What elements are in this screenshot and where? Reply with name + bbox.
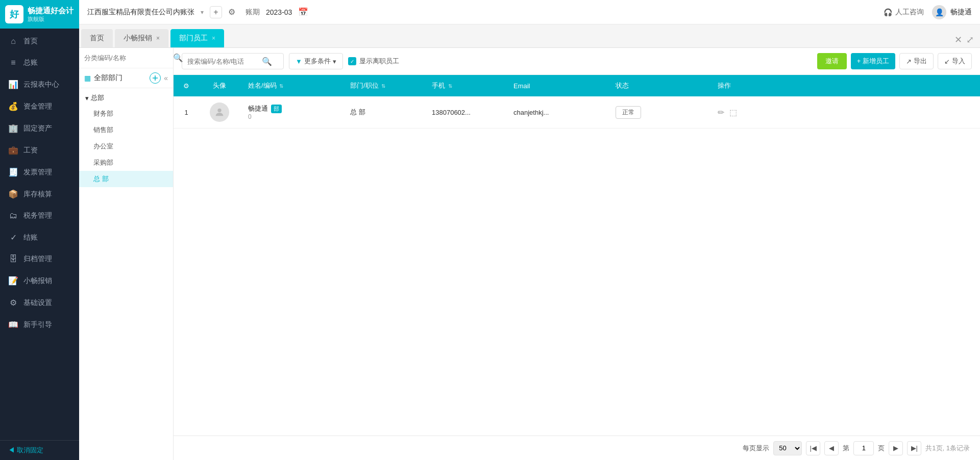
sidebar-item-home[interactable]: ⌂ 首页 bbox=[0, 31, 79, 52]
logo-icon: 好 bbox=[5, 5, 23, 23]
dept-all-label[interactable]: 全部部门 bbox=[94, 73, 146, 83]
dept-item-office[interactable]: 办公室 bbox=[79, 138, 173, 155]
col-phone[interactable]: 手机 ⇅ bbox=[424, 75, 505, 96]
col-name[interactable]: 姓名/编码 ⇅ bbox=[240, 75, 342, 96]
row-actions: ✏ ⬚ bbox=[709, 96, 980, 129]
employee-toolbar: 🔍 ▼ 更多条件 ▾ ✓ 显示离职员工 邀请 + 新增员工 ↗ 导出 bbox=[174, 48, 980, 75]
tab-employees-label: 部门员工 bbox=[179, 34, 208, 43]
sidebar-item-reports[interactable]: 📊 云报表中心 bbox=[0, 73, 79, 95]
employee-name: 畅捷通 bbox=[248, 104, 268, 113]
import-button[interactable]: ↙ 导入 bbox=[938, 53, 972, 69]
dept-add-button[interactable] bbox=[150, 72, 161, 84]
cancel-fixed-button[interactable]: ◀ 取消固定 bbox=[0, 440, 79, 460]
employee-code: 0 bbox=[248, 113, 334, 120]
next-page-button[interactable]: ▶ bbox=[889, 441, 903, 455]
tab-expense[interactable]: 小畅报销 × bbox=[115, 29, 168, 47]
close-tab-icon[interactable]: ✕ bbox=[954, 34, 962, 45]
sidebar-item-assets[interactable]: 🏢 固定资产 bbox=[0, 117, 79, 139]
main-area: 江西服宝精品有限责任公司内账张 ▾ + ⚙ 账期 2023-03 📅 🎧 人工咨… bbox=[79, 0, 980, 460]
row-status: 正常 bbox=[607, 96, 709, 129]
sidebar-item-close[interactable]: ✓ 结账 bbox=[0, 226, 79, 248]
col-dept[interactable]: 部门/职位 ⇅ bbox=[342, 75, 424, 96]
col-dept-sort-icon[interactable]: ⇅ bbox=[381, 83, 385, 89]
assets-icon: 🏢 bbox=[8, 123, 18, 133]
tab-employees-close-icon[interactable]: × bbox=[212, 35, 215, 42]
logo-text-block: 畅捷通好会计 旗舰版 bbox=[28, 6, 74, 23]
show-resigned-toggle[interactable]: ✓ 显示离职员工 bbox=[348, 57, 399, 66]
sidebar-label-close: 结账 bbox=[23, 233, 38, 242]
sidebar-item-guide[interactable]: 📖 新手引导 bbox=[0, 314, 79, 336]
user-info[interactable]: 👤 畅捷通 bbox=[932, 5, 972, 19]
dept-collapse-icon[interactable]: « bbox=[164, 74, 168, 82]
employee-table: ⚙ 头像 姓名/编码 ⇅ 部门/职位 ⇅ bbox=[174, 75, 980, 129]
sidebar-item-invoice[interactable]: 🧾 发票管理 bbox=[0, 161, 79, 183]
tab-home[interactable]: 首页 bbox=[81, 29, 113, 47]
sidebar-item-ledger[interactable]: ≡ 总账 bbox=[0, 52, 79, 73]
sidebar-label-funds: 资金管理 bbox=[23, 102, 52, 111]
header-settings-icon[interactable]: ⚙ bbox=[228, 7, 235, 17]
page-input[interactable] bbox=[853, 441, 874, 455]
user-name: 畅捷通 bbox=[950, 8, 972, 17]
inventory-icon: 📦 bbox=[8, 189, 18, 199]
tab-expense-close-icon[interactable]: × bbox=[156, 35, 160, 42]
settings-icon: ⚙ bbox=[8, 298, 18, 308]
pagination-bar: 每页显示 50 100 200 |◀ ◀ 第 页 ▶ ▶| 共1页, 1条记录 bbox=[174, 436, 980, 460]
employee-search-icon[interactable]: 🔍 bbox=[262, 57, 272, 66]
col-name-sort-icon[interactable]: ⇅ bbox=[279, 83, 283, 89]
action-icons: ✏ ⬚ bbox=[718, 108, 972, 117]
sidebar-item-funds[interactable]: 💰 资金管理 bbox=[0, 95, 79, 117]
employee-table-container: ⚙ 头像 姓名/编码 ⇅ 部门/职位 ⇅ bbox=[174, 75, 980, 436]
service-button[interactable]: 🎧 人工咨询 bbox=[884, 8, 924, 17]
add-employee-button[interactable]: + 新增员工 bbox=[851, 53, 895, 69]
dept-item-headquarters[interactable]: 总 部 bbox=[79, 171, 173, 187]
person-icon bbox=[214, 107, 225, 118]
content-area: 🔍 ▦ 全部部门 « ▾ 总部 财务部 bbox=[79, 48, 980, 460]
dept-group-label-text: 总部 bbox=[91, 93, 104, 103]
col-dept-label: 部门/职位 bbox=[350, 82, 379, 89]
tab-employees[interactable]: 部门员工 × bbox=[170, 29, 224, 47]
prev-page-button[interactable]: ◀ bbox=[824, 441, 839, 455]
col-status: 状态 bbox=[607, 75, 709, 96]
logout-icon[interactable]: ⬚ bbox=[729, 108, 737, 117]
sidebar-item-settings[interactable]: ⚙ 基础设置 bbox=[0, 292, 79, 314]
employee-search-input[interactable] bbox=[187, 58, 259, 65]
edit-icon[interactable]: ✏ bbox=[718, 108, 724, 117]
col-settings[interactable]: ⚙ bbox=[174, 75, 199, 96]
page-size-select[interactable]: 50 100 200 bbox=[773, 441, 802, 455]
show-resigned-checkbox[interactable]: ✓ bbox=[348, 57, 356, 65]
reports-icon: 📊 bbox=[8, 80, 18, 89]
col-settings-icon[interactable]: ⚙ bbox=[183, 82, 189, 90]
page-size-label: 每页显示 bbox=[743, 444, 769, 453]
sidebar-item-inventory[interactable]: 📦 库存核算 bbox=[0, 183, 79, 205]
employee-panel: 🔍 ▼ 更多条件 ▾ ✓ 显示离职员工 邀请 + 新增员工 ↗ 导出 bbox=[174, 48, 980, 460]
sidebar-label-archive: 归档管理 bbox=[23, 254, 52, 264]
last-page-button[interactable]: ▶| bbox=[907, 441, 921, 455]
row-phone: 138070602... bbox=[424, 96, 505, 129]
calendar-icon[interactable]: 📅 bbox=[298, 7, 308, 17]
dept-item-purchasing[interactable]: 采购部 bbox=[79, 155, 173, 171]
sidebar-label-home: 首页 bbox=[23, 37, 38, 46]
invite-button[interactable]: 邀请 bbox=[817, 53, 847, 69]
dept-search-input[interactable] bbox=[84, 54, 170, 62]
expand-tab-icon[interactable]: ⤢ bbox=[966, 34, 974, 45]
col-phone-sort-icon[interactable]: ⇅ bbox=[448, 83, 452, 89]
import-icon: ↙ bbox=[944, 58, 950, 65]
dept-item-sales[interactable]: 销售部 bbox=[79, 122, 173, 138]
sidebar-item-expense[interactable]: 📝 小畅报销 bbox=[0, 270, 79, 292]
dept-group-headquarters: ▾ 总部 bbox=[79, 90, 173, 106]
filter-button[interactable]: ▼ 更多条件 ▾ bbox=[289, 53, 343, 69]
export-button[interactable]: ↗ 导出 bbox=[899, 53, 934, 69]
sidebar-item-archive[interactable]: 🗄 归档管理 bbox=[0, 248, 79, 270]
row-email: chanjethkj... bbox=[505, 96, 607, 129]
user-avatar: 👤 bbox=[932, 5, 946, 19]
first-page-button[interactable]: |◀ bbox=[806, 441, 820, 455]
sidebar-item-tax[interactable]: 🗂 税务管理 bbox=[0, 205, 79, 226]
page-label: 第 bbox=[843, 444, 849, 453]
dept-tree: ▾ 总部 财务部 销售部 办公室 采购部 总 部 bbox=[79, 88, 173, 460]
dept-item-finance[interactable]: 财务部 bbox=[79, 106, 173, 122]
col-avatar-label: 头像 bbox=[213, 82, 226, 89]
add-company-button[interactable]: + bbox=[210, 6, 222, 18]
company-dropdown-arrow[interactable]: ▾ bbox=[201, 9, 204, 16]
sidebar-label-expense: 小畅报销 bbox=[23, 276, 52, 286]
sidebar-item-payroll[interactable]: 💼 工资 bbox=[0, 139, 79, 161]
